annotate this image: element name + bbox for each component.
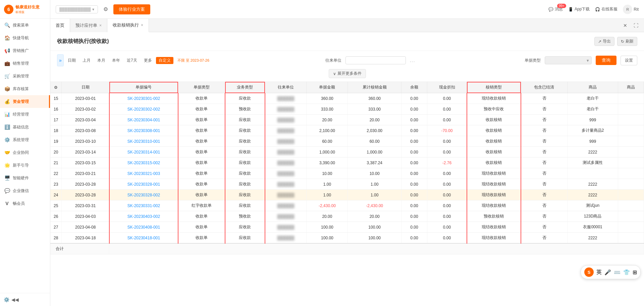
sidebar-item-basic[interactable]: ℹ️基础信息: [0, 121, 50, 133]
voucher-no-link[interactable]: SK-20230418-001: [127, 236, 160, 240]
sidebar-item-quick[interactable]: 🏠快捷导航: [0, 32, 50, 44]
voucher-no-link[interactable]: SK-20230321-003: [127, 171, 160, 176]
tab-close-all-icon[interactable]: ✕: [621, 21, 630, 30]
voucher-no-link[interactable]: SK-20230310-001: [127, 139, 160, 144]
tab-collection[interactable]: 收款核销执行 ×: [107, 19, 149, 32]
cell-acc-amount: 333.00: [348, 104, 401, 115]
sidebar-item-search[interactable]: 🔍搜索菜单: [0, 19, 50, 32]
voucher-no-link[interactable]: SK-20230328-002: [127, 193, 160, 197]
col-setting-header[interactable]: ⚙: [50, 82, 62, 93]
cell-cash-discount: -70.00: [427, 125, 467, 136]
cell-product2: [618, 147, 644, 158]
cell-voucher-no: SK-20230301-002: [109, 93, 178, 104]
cell-date: 2023-03-04: [62, 115, 109, 125]
voucher-no-link[interactable]: SK-20230304-001: [127, 118, 160, 122]
voucher-no-link[interactable]: SK-20230308-001: [127, 128, 160, 133]
refresh-btn[interactable]: ↻ 刷新: [617, 37, 637, 46]
dots-btn[interactable]: ...: [410, 58, 416, 63]
cell-voucher-no: SK-20230321-003: [109, 168, 178, 179]
cell-product2: [618, 158, 644, 168]
cell-biz-type: 应收款: [225, 222, 265, 233]
messages-badge[interactable]: 💬 消息 99+: [548, 6, 563, 12]
settings-btn[interactable]: 设置: [621, 56, 637, 65]
col-voucher-type-header: 单据类型: [178, 82, 225, 93]
collapse-icon[interactable]: ◀◀: [12, 297, 18, 303]
float-s-btn[interactable]: S: [584, 267, 594, 277]
cell-voucher-type: 收款单: [178, 233, 225, 244]
app-download[interactable]: 📱 App下载: [568, 6, 590, 12]
cell-partner: ██████: [265, 233, 307, 244]
voucher-no-link[interactable]: SK-20230315-002: [127, 161, 160, 165]
cell-include-settled: 否: [521, 158, 568, 168]
tab-home[interactable]: 首页: [50, 19, 70, 32]
expand-conditions-btn[interactable]: ∨ 展开更多条件: [329, 69, 366, 78]
cell-no: 26: [50, 211, 62, 222]
sidebar-item-wechat[interactable]: 💬企业微信: [0, 184, 50, 197]
date-btn-this-year[interactable]: 本年: [109, 57, 123, 64]
table-row: 21 2023-03-15 SK-20230315-002 收款单 应收款 ██…: [50, 158, 644, 168]
cell-biz-type: 应收款: [225, 93, 265, 104]
tab-expand-icon[interactable]: ⛶: [631, 21, 641, 30]
cell-include-settled: 否: [521, 233, 568, 244]
voucher-type-select[interactable]: [545, 56, 592, 64]
refresh-icon: ↻: [621, 39, 624, 44]
workspace-select[interactable]: ████████████ ▾: [56, 5, 98, 13]
sidebar-item-enterprise[interactable]: 🤝企业协同: [0, 146, 50, 159]
tab-payable-close[interactable]: ×: [99, 23, 102, 28]
cell-voucher-no: SK-20230308-001: [109, 125, 178, 136]
voucher-no-link[interactable]: SK-20230301-002: [127, 96, 160, 101]
cell-acc-amount: 100.00: [348, 233, 401, 244]
sidebar-item-sales[interactable]: 💼销售管理: [0, 57, 50, 70]
sidebar-item-system[interactable]: ⚙️系统管理: [0, 133, 50, 146]
sidebar-item-finance[interactable]: 💰资金管理: [0, 95, 50, 108]
online-service[interactable]: 🎧 在线客服: [595, 6, 618, 12]
date-btn-more[interactable]: 更多: [141, 57, 155, 64]
float-keyboard-icon[interactable]: ⌨️: [614, 269, 621, 276]
sidebar-item-inventory[interactable]: 📦库存核算: [0, 82, 50, 95]
export-btn[interactable]: ↗ 导出: [594, 37, 614, 46]
date-btn-custom[interactable]: 自定义: [156, 57, 173, 64]
settings-bottom-icon[interactable]: ⚙️: [3, 297, 9, 303]
voucher-no-link[interactable]: SK-20230314-001: [127, 150, 160, 155]
user-avatar[interactable]: R Rit: [623, 5, 639, 14]
solution-btn[interactable]: 体验行业方案: [113, 4, 150, 14]
query-btn[interactable]: 查询: [596, 56, 616, 65]
voucher-no-link[interactable]: SK-20230302-002: [127, 107, 160, 112]
sidebar-item-guide[interactable]: 🌟新手引导: [0, 159, 50, 172]
cell-product1: 测试jun: [568, 200, 618, 211]
cell-cash-discount: 0.00: [427, 211, 467, 222]
date-btn-last-month[interactable]: 上月: [80, 57, 93, 64]
sidebar-item-purchase[interactable]: 🛒采购管理: [0, 70, 50, 82]
sidebar-item-marketing[interactable]: 📢营销推广: [0, 44, 50, 57]
cell-cash-discount: 0.00: [427, 233, 467, 244]
float-shirt-icon[interactable]: 👕: [623, 269, 630, 276]
partner-input[interactable]: [345, 56, 406, 64]
voucher-no-link[interactable]: SK-20230331-002: [127, 203, 160, 208]
date-btn-7days[interactable]: 近7天: [124, 57, 140, 64]
logo-text: 畅康道好生意 标准版: [15, 4, 40, 14]
float-mic-icon[interactable]: 🎤: [604, 269, 611, 276]
cell-partner: ██████: [265, 104, 307, 115]
float-grid-icon[interactable]: ⊞: [633, 269, 637, 276]
sidebar-item-operations[interactable]: 📊经营管理: [0, 108, 50, 121]
filter-row-expand: ∨ 展开更多条件: [57, 69, 637, 78]
filter-collapse-btn[interactable]: »: [57, 54, 64, 66]
cell-no: 27: [50, 222, 62, 233]
voucher-no-link[interactable]: SK-20230328-001: [127, 182, 160, 187]
sidebar-item-member[interactable]: V畅会员: [0, 197, 50, 210]
tab-collection-close[interactable]: ×: [141, 23, 143, 27]
settings-gear-icon[interactable]: ⚙: [101, 4, 111, 14]
topbar-nav: ████████████ ▾ ⚙ 体验行业方案: [56, 4, 544, 14]
col-cash-discount-header: 现金折扣: [427, 82, 467, 93]
cell-date: 2023-03-21: [62, 168, 109, 179]
date-btn-this-month[interactable]: 本月: [95, 57, 108, 64]
cell-biz-type: 应收款: [225, 158, 265, 168]
cell-date: 2023-03-01: [62, 93, 109, 104]
voucher-no-link[interactable]: SK-20230408-001: [127, 225, 160, 230]
cell-cancel-type: 现结收款核销: [467, 190, 521, 200]
sidebar-item-hardware[interactable]: 🖥️智能硬件: [0, 172, 50, 184]
voucher-no-link[interactable]: SK-20230403-002: [127, 214, 160, 219]
float-text-icon[interactable]: 英: [596, 269, 602, 276]
cell-biz-type: 应收款: [225, 168, 265, 179]
tab-payable[interactable]: 预计应付单 ×: [70, 19, 107, 32]
